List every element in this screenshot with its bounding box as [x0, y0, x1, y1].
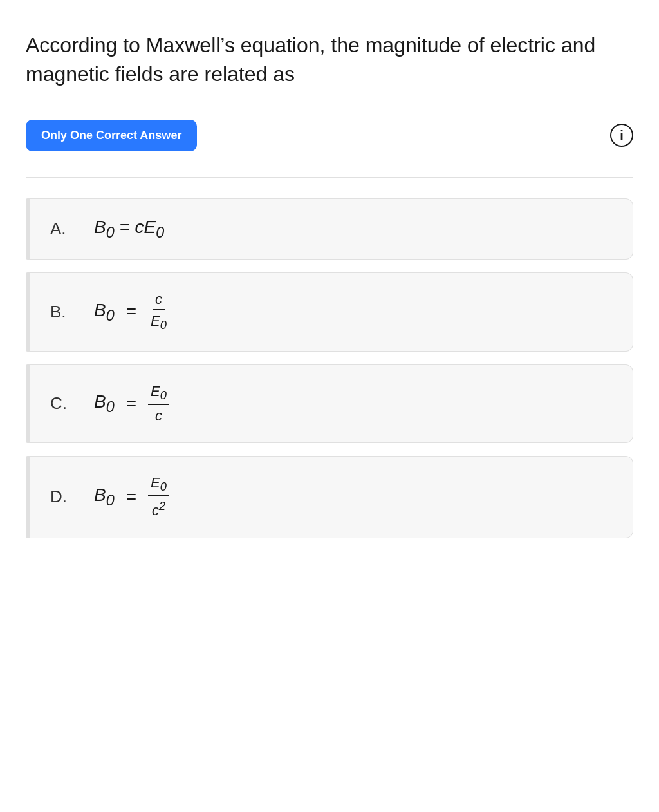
answer-type-badge: Only One Correct Answer — [26, 120, 197, 151]
option-card-b[interactable]: B. B0 = c E0 — [30, 272, 633, 351]
option-c-lhs: B0 — [94, 392, 115, 416]
options-container: A. B0 = cE0 B. B0 = c E0 C. — [26, 198, 633, 538]
option-c-equals: = — [126, 393, 136, 414]
section-divider — [26, 177, 633, 178]
option-b-fraction: c E0 — [148, 291, 169, 332]
option-d-lhs: B0 — [94, 485, 115, 509]
option-d-equals: = — [126, 487, 136, 507]
option-row-d: D. B0 = E0 c2 — [26, 456, 633, 538]
option-row-b: B. B0 = c E0 — [26, 272, 633, 351]
option-label-b: B. — [50, 302, 73, 322]
option-d-numerator: E0 — [148, 475, 169, 496]
option-content-c: B0 = E0 c — [94, 383, 169, 424]
option-c-numerator: E0 — [148, 383, 169, 405]
option-d-fraction: E0 c2 — [148, 475, 169, 520]
option-card-c[interactable]: C. B0 = E0 c — [30, 364, 633, 443]
option-c-fraction: E0 c — [148, 383, 169, 424]
question-text: According to Maxwell’s equation, the mag… — [26, 31, 633, 89]
option-content-a: B0 = cE0 — [94, 217, 164, 241]
option-a-math: B0 = cE0 — [94, 217, 164, 241]
option-content-b: B0 = c E0 — [94, 291, 169, 332]
option-card-a[interactable]: A. B0 = cE0 — [30, 198, 633, 260]
option-d-denominator: c2 — [149, 498, 168, 519]
option-row-c: C. B0 = E0 c — [26, 364, 633, 443]
option-card-d[interactable]: D. B0 = E0 c2 — [30, 456, 633, 538]
badge-row: Only One Correct Answer i — [26, 120, 633, 151]
option-row-a: A. B0 = cE0 — [26, 198, 633, 260]
option-b-equals: = — [126, 301, 136, 322]
option-b-denominator: E0 — [148, 312, 169, 332]
option-label-c: C. — [50, 393, 73, 413]
option-b-lhs: B0 — [94, 300, 115, 325]
option-b-numerator: c — [153, 291, 165, 310]
option-content-d: B0 = E0 c2 — [94, 475, 169, 520]
option-label-a: A. — [50, 219, 73, 239]
option-label-d: D. — [50, 487, 73, 507]
info-icon[interactable]: i — [610, 124, 633, 147]
option-c-denominator: c — [153, 406, 165, 424]
